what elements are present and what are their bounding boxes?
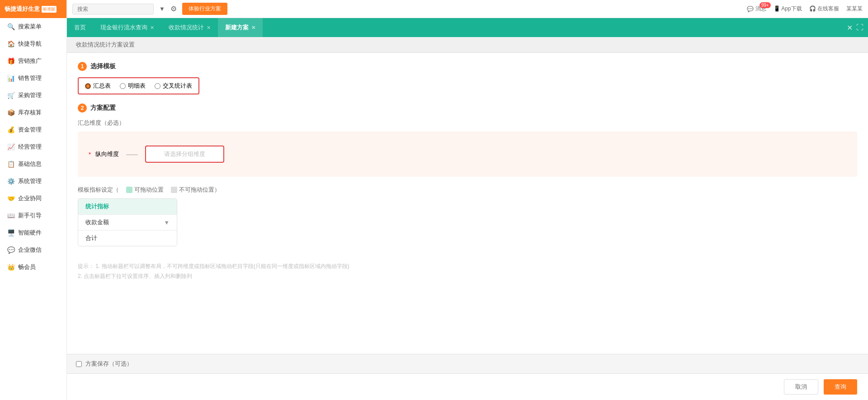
tab-home[interactable]: 首页 bbox=[67, 18, 93, 37]
main-area: ▼ ⚙ 体验行业方案 💬 消息 99+ 📱 App下载 🎧 在线客服 某某某 首… bbox=[67, 0, 868, 400]
sidebar-item-search[interactable]: 🔍 搜索菜单 bbox=[0, 18, 66, 35]
dimension-title: 汇总维度（必选） bbox=[78, 119, 857, 127]
sidebar-item-label: 新手引导 bbox=[18, 212, 42, 220]
tab-receipts-label: 收款情况统计 bbox=[169, 24, 204, 32]
sidebar-item-label: 企业微信 bbox=[18, 246, 42, 254]
cart-icon: 🛒 bbox=[7, 92, 14, 99]
sidebar-item-enterprise[interactable]: 🤝 企业协同 bbox=[0, 190, 66, 207]
sidebar-item-label: 采购管理 bbox=[18, 91, 42, 99]
vertical-dimension-label: 纵向维度 bbox=[95, 150, 119, 158]
search-icon: 🔍 bbox=[7, 23, 14, 30]
radio-cross[interactable]: 交叉统计表 bbox=[155, 82, 192, 90]
sidebar-item-label: 基础信息 bbox=[18, 160, 42, 168]
sidebar-item-nav[interactable]: 🏠 快捷导航 bbox=[0, 35, 66, 52]
sidebar-logo: 畅捷通好生意 bbox=[5, 5, 40, 13]
sidebar-header: 畅捷通好生意 标准版 bbox=[0, 0, 66, 18]
sidebar-item-label: 快捷导航 bbox=[18, 40, 42, 48]
no-drag-legend: 不可拖动位置） bbox=[171, 186, 220, 194]
draggable-legend: 可拖动位置 bbox=[126, 186, 164, 194]
sidebar-item-purchase[interactable]: 🛒 采购管理 bbox=[0, 87, 66, 104]
sidebar-item-wechat[interactable]: 💬 企业微信 bbox=[0, 241, 66, 259]
step2-title: 2 方案配置 bbox=[78, 104, 857, 113]
drag-handle-icon bbox=[126, 187, 132, 193]
expand-icon[interactable]: ⛶ bbox=[856, 24, 863, 32]
sidebar-item-marketing[interactable]: 🎁 营销推广 bbox=[0, 52, 66, 70]
message-icon: 💬 bbox=[747, 6, 754, 12]
metrics-amount-dropdown[interactable]: ▼ bbox=[164, 219, 170, 226]
metrics-title-text: 模板指标设定（ bbox=[78, 186, 119, 194]
radio-summary-input[interactable] bbox=[85, 83, 91, 89]
sidebar-item-guide[interactable]: 📖 新手引导 bbox=[0, 207, 66, 224]
tab-new-plan[interactable]: 新建方案 ✕ bbox=[218, 18, 263, 37]
metrics-section: 模板指标设定（ 可拖动位置 不可拖动位置） 统计指标 收 bbox=[78, 186, 857, 248]
download-label: App下载 bbox=[781, 5, 802, 12]
sidebar-item-member[interactable]: 👑 畅会员 bbox=[0, 259, 66, 276]
message-area[interactable]: 💬 消息 99+ bbox=[747, 5, 766, 13]
save-checkbox[interactable] bbox=[76, 361, 82, 367]
hint1-text: 提示： 1. 拖动标题栏可以调整布局，不可跨维度或指标区域拖动栏目字段(只能在同… bbox=[78, 261, 857, 271]
step1-num: 1 bbox=[78, 62, 87, 71]
sidebar-item-system[interactable]: ⚙️ 系统管理 bbox=[0, 173, 66, 190]
dimension-select[interactable]: 请选择分组维度 bbox=[145, 146, 224, 163]
message-badge: 99+ bbox=[760, 2, 771, 8]
tab-receipts[interactable]: 收款情况统计 ✕ bbox=[161, 18, 218, 37]
app-download[interactable]: 📱 App下载 bbox=[774, 5, 802, 13]
save-label: 方案保存（可选） bbox=[85, 360, 132, 368]
tab-new-plan-close[interactable]: ✕ bbox=[251, 25, 255, 31]
tab-cashflow[interactable]: 现金银行流水查询 ✕ bbox=[93, 18, 161, 37]
radio-detail-input[interactable] bbox=[120, 83, 126, 89]
radio-detail[interactable]: 明细表 bbox=[120, 82, 146, 90]
sidebar-item-label: 库存核算 bbox=[18, 108, 42, 117]
dimension-area: * 纵向维度 —— 请选择分组维度 bbox=[78, 132, 857, 177]
tab-home-label: 首页 bbox=[74, 24, 86, 32]
download-icon: 📱 bbox=[774, 5, 780, 12]
metrics-header: 模板指标设定（ 可拖动位置 不可拖动位置） bbox=[78, 186, 857, 194]
sidebar-item-label: 搜索菜单 bbox=[18, 23, 42, 31]
sidebar-item-basic[interactable]: 📋 基础信息 bbox=[0, 155, 66, 173]
radio-cross-input[interactable] bbox=[155, 83, 160, 89]
tab-receipts-close[interactable]: ✕ bbox=[207, 25, 211, 31]
footer-save-area: 方案保存（可选） bbox=[67, 354, 868, 373]
sidebar: 畅捷通好生意 标准版 🔍 搜索菜单 🏠 快捷导航 🎁 营销推广 📊 销售管理 🛒… bbox=[0, 0, 67, 400]
sidebar-item-inventory[interactable]: 📦 库存核算 bbox=[0, 104, 66, 121]
sidebar-item-label: 智能硬件 bbox=[18, 229, 42, 237]
close-window-icon[interactable]: ✕ bbox=[847, 24, 853, 32]
settings-icon[interactable]: ⚙ bbox=[170, 5, 177, 13]
tabs-right-controls: ✕ ⛶ bbox=[847, 24, 868, 32]
arrow-icon: —— bbox=[126, 151, 138, 158]
dropdown-arrow-icon[interactable]: ▼ bbox=[159, 5, 165, 12]
topbar-right: 💬 消息 99+ 📱 App下载 🎧 在线客服 某某某 bbox=[747, 5, 863, 13]
service-label: 在线客服 bbox=[817, 5, 839, 12]
step1-label: 选择模板 bbox=[90, 62, 116, 71]
sidebar-item-finance[interactable]: 💰 资金管理 bbox=[0, 121, 66, 138]
content-header-text: 收款情况统计方案设置 bbox=[76, 41, 135, 48]
draggable-label: 可拖动位置 bbox=[134, 186, 164, 194]
metrics-total-label: 合计 bbox=[85, 234, 97, 242]
clipboard-icon: 📋 bbox=[7, 160, 14, 168]
sidebar-item-management[interactable]: 📈 经营管理 bbox=[0, 138, 66, 155]
sidebar-tag: 标准版 bbox=[42, 6, 57, 13]
radio-cross-label: 交叉统计表 bbox=[163, 82, 192, 90]
action-bar: 取消 查询 bbox=[67, 373, 868, 400]
online-service[interactable]: 🎧 在线客服 bbox=[809, 5, 839, 13]
sidebar-item-hardware[interactable]: 🖥️ 智能硬件 bbox=[0, 224, 66, 241]
radio-summary[interactable]: 汇总表 bbox=[85, 82, 111, 90]
step2-num: 2 bbox=[78, 104, 87, 113]
cancel-button[interactable]: 取消 bbox=[784, 379, 818, 395]
step2-label: 方案配置 bbox=[90, 104, 116, 112]
search-input[interactable] bbox=[72, 4, 154, 14]
tab-cashflow-close[interactable]: ✕ bbox=[150, 25, 154, 31]
crown-icon: 👑 bbox=[7, 264, 14, 271]
radio-summary-label: 汇总表 bbox=[93, 82, 111, 90]
query-button[interactable]: 查询 bbox=[824, 379, 857, 395]
step1-section: 1 选择模板 汇总表 明细表 交叉统计表 bbox=[78, 62, 857, 94]
handshake-icon: 🤝 bbox=[7, 195, 14, 202]
trial-button[interactable]: 体验行业方案 bbox=[182, 3, 227, 15]
sidebar-item-sales[interactable]: 📊 销售管理 bbox=[0, 70, 66, 87]
metrics-table: 统计指标 收款金额 ▼ 合计 bbox=[78, 198, 177, 246]
money-icon: 💰 bbox=[7, 126, 14, 133]
sidebar-item-label: 资金管理 bbox=[18, 126, 42, 134]
no-drag-handle-icon bbox=[171, 187, 177, 193]
sidebar-item-label: 营销推广 bbox=[18, 57, 42, 65]
sidebar-item-label: 企业协同 bbox=[18, 194, 42, 202]
